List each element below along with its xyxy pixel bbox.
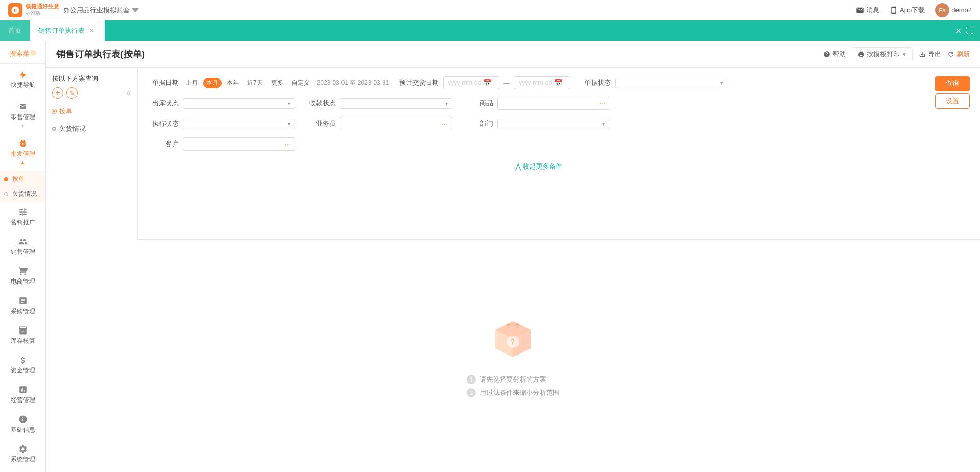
product-dots[interactable]: ··· [599,99,605,107]
filter-date-item: 单据日期 上月 本月 本年 近7天 更多 自定义 [148,78,389,88]
department-label: 部门 [462,119,493,128]
date-tab-this-month[interactable]: 本月 [203,78,222,88]
salesperson-input[interactable]: ··· [340,117,452,130]
status-caret-icon: ▾ [720,80,723,86]
sidebar-item-enterprise[interactable]: 企业协同 [0,469,45,472]
scheme-edit-button[interactable]: ✎ [66,87,78,99]
company-selector[interactable]: 办公用品行业模拟账套 [63,6,139,15]
delivery-select[interactable]: ▾ [183,98,295,109]
scheme-panel-title: 按以下方案查询 [52,74,99,83]
payment-select[interactable]: ▾ [340,98,452,109]
delivery-select-wrap: ▾ [183,98,295,109]
sidebar-sub-item-debt-label: 欠货情况 [12,190,37,198]
salesperson-label: 业务员 [305,119,336,128]
date-tab-last-month[interactable]: 上月 [183,78,201,88]
sidebar-item-finance[interactable]: 资金管理 [0,350,45,380]
date-start-input[interactable]: yyyy-mm-dd 📅 [443,76,499,89]
app-download-label: App下载 [900,6,925,15]
sidebar-item-inventory[interactable]: 库存核算 [0,321,45,350]
calendar-start-icon[interactable]: 📅 [483,79,492,87]
tab-close-all-icon[interactable]: ✕ [955,26,962,36]
status-select[interactable]: ▾ [615,78,727,88]
scheme-item-debt[interactable]: 欠货情况 [46,120,137,137]
export-button[interactable]: 导出 [919,50,941,59]
collapse-chevron-icon: ⋀ [515,162,521,171]
empty-illustration: ? [487,314,538,365]
scheme-item-order-label: 按单 [59,107,72,116]
tab-bar-actions: ✕ ⛶ [949,20,980,41]
query-button[interactable]: 查询 [935,76,970,91]
delivery-caret-icon: ▾ [288,101,290,106]
tab-bar: 首页 销售订单执行表 ✕ ✕ ⛶ [0,20,980,41]
sidebar-item-sales[interactable]: 销售管理 [0,232,45,262]
sidebar: 搜索菜单 快捷导航 零售管理 ▼ 批发管理 ▲ 按单 [0,41,46,472]
template-print-button[interactable]: 按模板打印 ▼ [852,47,913,61]
sidebar-item-quick-nav[interactable]: 快捷导航 [0,65,45,95]
department-select[interactable]: ▾ [497,119,609,129]
sidebar-sub-item-debt[interactable]: 欠货情况 [0,186,45,201]
date-end-input[interactable]: yyyy-mm-dd 📅 [514,76,570,89]
sidebar-item-retail[interactable]: 零售管理 ▼ [0,97,45,134]
app-download-action[interactable]: App下载 [890,6,925,15]
filter-status-item: 单据状态 ▾ [580,78,727,88]
tab-expand-icon[interactable]: ⛶ [966,26,974,35]
scheme-add-button[interactable]: + [52,87,63,99]
sidebar-item-ecommerce[interactable]: 电商管理 [0,262,45,291]
sidebar-item-system-label: 系统管理 [11,455,35,464]
sidebar-item-marketing[interactable]: 营销推广 [0,202,45,232]
date-tab-this-year[interactable]: 本年 [224,78,242,88]
sidebar-item-basic[interactable]: 基础信息 [0,410,45,439]
sidebar-item-operations[interactable]: 经营管理 [0,380,45,410]
execution-select[interactable]: ▾ [183,119,295,129]
sidebar-item-purchase[interactable]: 采购管理 [0,291,45,321]
tab-close-button[interactable]: ✕ [88,27,96,35]
tab-sales-order[interactable]: 销售订单执行表 ✕ [30,20,105,41]
scheme-item-order[interactable]: 按单 [46,103,137,120]
company-name: 办公用品行业模拟账套 [63,6,130,15]
sidebar-item-wholesale[interactable]: 批发管理 ▲ [0,134,45,171]
sidebar-item-system[interactable]: 系统管理 [0,439,45,469]
filter-execution-item: 执行状态 ▾ [148,119,295,129]
filter-section: 按以下方案查询 + ✎ « 按单 欠货情况 [46,68,980,240]
active-scheme-dot [52,109,56,113]
sidebar-top: 搜索菜单 快捷导航 零售管理 ▼ 批发管理 ▲ 按单 [0,41,45,472]
sidebar-item-basic-label: 基础信息 [11,426,35,434]
sidebar-item-inventory-label: 库存核算 [11,337,35,345]
product-label: 商品 [462,99,493,108]
message-action[interactable]: 消息 [856,6,879,15]
scheme-fold-button[interactable]: « [127,88,131,98]
empty-tip-2-text: 用过滤条件来缩小分析范围 [480,388,559,397]
empty-tips: 1 请先选择要分析的方案 2 用过滤条件来缩小分析范围 [467,375,559,397]
sidebar-search[interactable]: 搜索菜单 [0,45,45,62]
tip-num-2: 2 [467,388,476,397]
sidebar-sub-item-order[interactable]: 按单 [0,172,45,186]
print-dropdown-caret[interactable]: ▼ [902,52,907,57]
date-tab-7days[interactable]: 近7天 [244,78,266,88]
collapse-button[interactable]: ⋀ 收起更多条件 [515,162,562,171]
sidebar-item-purchase-label: 采购管理 [11,307,35,316]
customer-dots[interactable]: ··· [284,140,290,148]
date-tab-more[interactable]: 更多 [268,78,286,88]
user-area[interactable]: Ea demo2 [935,3,972,17]
inactive-scheme-dot [52,127,56,131]
setting-button[interactable]: 设置 [935,93,970,109]
export-label: 导出 [928,50,941,59]
logo-text-group: 畅捷通好生意 标准版 [26,3,59,17]
product-input[interactable]: ··· [497,97,609,110]
svg-text:?: ? [511,338,515,346]
content-body: 按以下方案查询 + ✎ « 按单 欠货情况 [46,68,980,472]
calendar-end-icon[interactable]: 📅 [554,79,562,87]
filter-payment-item: 收款状态 ▾ [305,98,452,109]
salesperson-dots[interactable]: ··· [442,120,448,128]
sidebar-sub-item-order-label: 按单 [12,175,24,183]
tab-home[interactable]: 首页 [0,20,30,41]
date-label: 单据日期 [148,78,179,87]
refresh-button[interactable]: 刷新 [947,50,970,59]
customer-input[interactable]: ··· [183,137,295,151]
empty-state: ? 1 请先选择要分析的方案 2 用过滤条件来缩小分析范围 [46,240,980,473]
logo-text: 畅捷通好生意 [26,3,59,10]
filter-department-item: 部门 ▾ [462,119,609,129]
help-button[interactable]: 帮助 [823,50,846,59]
collapse-section: ⋀ 收起更多条件 [148,158,929,171]
date-tab-custom[interactable]: 自定义 [288,78,313,88]
